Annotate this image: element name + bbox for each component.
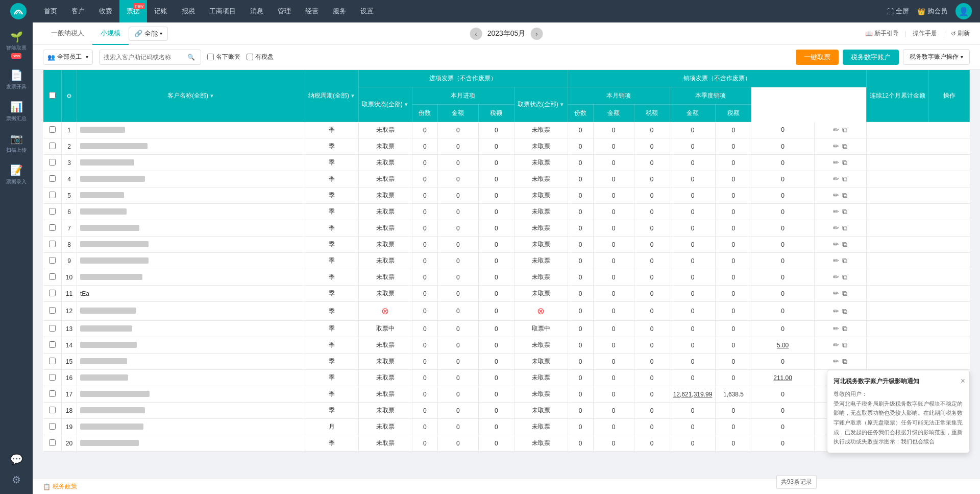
edit-icon[interactable]: ✏	[833, 341, 839, 349]
row-number: 2	[62, 138, 77, 155]
nav-invoice[interactable]: 票据 new	[119, 0, 147, 22]
copy-icon[interactable]: ⧉	[842, 191, 847, 200]
row-checkbox-cell	[43, 419, 62, 435]
fullscreen-button[interactable]: ⛶ 全屏	[887, 7, 909, 16]
one-click-button[interactable]: 一键取票	[796, 50, 839, 65]
search-field[interactable]: 🔍	[99, 50, 201, 65]
has-tax-label[interactable]: 有税盘	[247, 53, 274, 61]
tab-all-selector[interactable]: 🔗 全能 ▾	[129, 27, 168, 41]
nav-home[interactable]: 首页	[37, 0, 64, 22]
row-checkbox[interactable]	[49, 325, 56, 332]
row-checkbox[interactable]	[49, 175, 56, 182]
copy-icon[interactable]: ⧉	[842, 324, 847, 333]
check-account-checkbox[interactable]	[207, 54, 214, 60]
row-checkbox[interactable]	[49, 341, 56, 348]
nav-accounting[interactable]: 记账	[147, 0, 175, 22]
row-checkbox[interactable]	[49, 224, 56, 231]
row-checkbox[interactable]	[49, 307, 56, 314]
copy-icon[interactable]: ⧉	[842, 224, 847, 232]
sidebar-item-scan[interactable]: 📷 扫描上传	[2, 128, 31, 158]
nav-fee[interactable]: 收费	[92, 0, 119, 22]
digital-account-button[interactable]: 税务数字账户	[843, 50, 899, 65]
sidebar-item-smart-invoice[interactable]: 🌱 智能取票 new	[2, 27, 31, 63]
row-checkbox[interactable]	[49, 143, 56, 149]
copy-icon[interactable]: ⧉	[842, 240, 847, 249]
nav-service[interactable]: 服务	[326, 0, 353, 22]
row-checkbox[interactable]	[49, 423, 56, 430]
row-checkbox[interactable]	[49, 159, 56, 166]
edit-icon[interactable]: ✏	[833, 357, 839, 366]
tab-small-scale[interactable]: 小规模	[92, 22, 129, 45]
employee-filter[interactable]: 👥 全部员工 ▾	[43, 50, 93, 65]
search-input[interactable]	[104, 54, 185, 61]
select-all-checkbox[interactable]	[49, 92, 56, 99]
nav-tax[interactable]: 报税	[175, 0, 202, 22]
copy-icon[interactable]: ⧉	[842, 207, 847, 216]
edit-icon[interactable]: ✏	[833, 324, 839, 333]
nav-customer[interactable]: 客户	[64, 0, 92, 22]
edit-icon[interactable]: ✏	[833, 224, 839, 232]
edit-icon[interactable]: ✏	[833, 142, 839, 151]
copy-icon[interactable]: ⧉	[842, 341, 847, 349]
row-checkbox[interactable]	[49, 208, 56, 215]
member-button[interactable]: 👑 购会员	[917, 7, 947, 16]
prev-month-button[interactable]: ‹	[470, 28, 482, 40]
row-period: 季	[305, 286, 358, 302]
row-out-tax: 0	[634, 237, 670, 253]
row-checkbox[interactable]	[49, 290, 56, 296]
edit-icon[interactable]: ✏	[833, 256, 839, 265]
row-checkbox[interactable]	[49, 374, 56, 381]
edit-icon[interactable]: ✏	[833, 289, 839, 298]
row-checkbox[interactable]	[49, 439, 56, 446]
sidebar-item-summary[interactable]: 📊 票据汇总	[2, 97, 31, 126]
edit-icon[interactable]: ✏	[833, 126, 839, 134]
digital-account-op-button[interactable]: 税务数字账户操作 ▾	[903, 49, 970, 65]
row-actions: ✏ ⧉	[814, 337, 866, 354]
manual-link[interactable]: 操作手册	[913, 29, 937, 38]
row-checkbox[interactable]	[49, 390, 56, 397]
edit-icon[interactable]: ✏	[833, 240, 839, 249]
new-guide-link[interactable]: 📖 新手引导	[865, 29, 899, 38]
check-account-label[interactable]: 名下账套	[207, 53, 240, 61]
sidebar-item-entry[interactable]: 📝 票据录入	[2, 160, 31, 190]
row-checkbox[interactable]	[49, 126, 56, 133]
copy-icon[interactable]: ⧉	[842, 126, 847, 134]
row-checkbox[interactable]	[49, 407, 56, 413]
tab-general-taxpayer[interactable]: 一般纳税人	[43, 22, 92, 45]
row-name	[77, 155, 305, 171]
row-checkbox[interactable]	[49, 241, 56, 247]
copy-icon[interactable]: ⧉	[842, 289, 847, 298]
edit-icon[interactable]: ✏	[833, 191, 839, 200]
edit-icon[interactable]: ✏	[833, 158, 839, 167]
row-cumulative: 0	[751, 155, 814, 171]
copy-icon[interactable]: ⧉	[842, 158, 847, 167]
copy-icon[interactable]: ⧉	[842, 273, 847, 281]
tax-policy-link[interactable]: 税务政策	[53, 482, 77, 491]
help-icon[interactable]: 💬	[10, 453, 23, 465]
row-checkbox[interactable]	[49, 273, 56, 280]
has-tax-checkbox[interactable]	[247, 54, 253, 60]
copy-icon[interactable]: ⧉	[842, 357, 847, 366]
nav-manage[interactable]: 管理	[271, 0, 298, 22]
copy-icon[interactable]: ⧉	[842, 307, 847, 316]
copy-icon[interactable]: ⧉	[842, 142, 847, 151]
row-checkbox[interactable]	[49, 358, 56, 364]
nav-operation[interactable]: 经营	[298, 0, 326, 22]
settings-sidebar-icon[interactable]: ⚙	[12, 474, 21, 486]
nav-message[interactable]: 消息	[243, 0, 271, 22]
row-checkbox[interactable]	[49, 257, 56, 264]
next-month-button[interactable]: ›	[530, 28, 543, 40]
copy-icon[interactable]: ⧉	[842, 256, 847, 265]
notification-close-button[interactable]: ×	[961, 374, 965, 388]
nav-business[interactable]: 工商项目	[202, 0, 243, 22]
nav-settings[interactable]: 设置	[353, 0, 381, 22]
edit-icon[interactable]: ✏	[833, 175, 839, 183]
user-avatar[interactable]: 👤	[955, 3, 972, 19]
edit-icon[interactable]: ✏	[833, 207, 839, 216]
edit-icon[interactable]: ✏	[833, 273, 839, 281]
copy-icon[interactable]: ⧉	[842, 175, 847, 183]
refresh-button[interactable]: ↺ 刷新	[951, 29, 970, 38]
edit-icon[interactable]: ✏	[833, 307, 839, 316]
row-checkbox[interactable]	[49, 192, 56, 198]
sidebar-item-invoice-open[interactable]: 📄 发票开具	[2, 65, 31, 95]
